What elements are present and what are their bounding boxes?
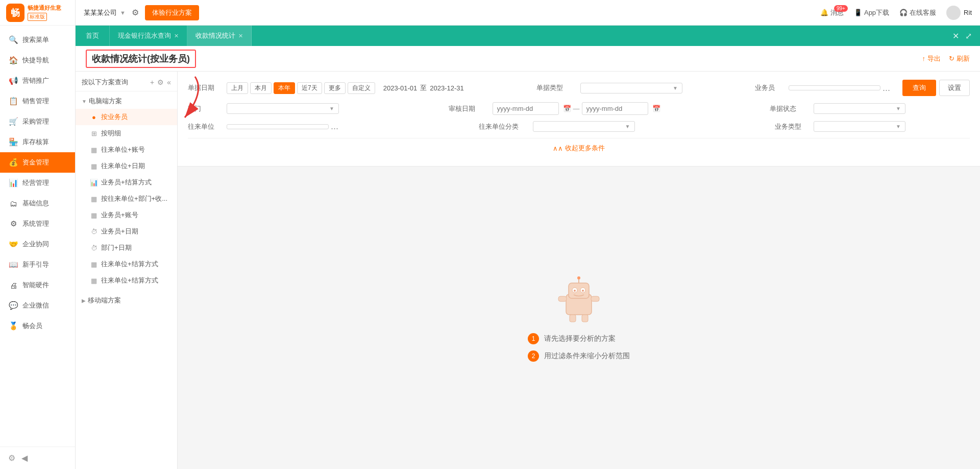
voucher-status-select[interactable]: ▼ [814, 103, 905, 114]
sidebar-item-finance[interactable]: 💰 资金管理 [0, 152, 75, 173]
refresh-icon: ↻ [949, 55, 954, 62]
user-dropdown-arrow[interactable]: ▼ [120, 10, 126, 16]
voucher-type-select[interactable]: ▼ [580, 83, 682, 93]
app-download-btn[interactable]: 📱 App下载 [854, 8, 889, 17]
main-area: 某某某公司 ▼ ⚙ 体验行业方案 🔔 消息 99+ 📱 App下载 🎧 在线客服… [76, 0, 980, 469]
user-profile-area[interactable]: Rit [946, 6, 972, 20]
review-date-calendar-end[interactable]: 📅 [652, 105, 660, 112]
review-date-area: 📅 — 📅 [493, 102, 660, 115]
logo-area: 畅 畅捷通好生意 标准版 [0, 0, 75, 26]
page-actions: ↑ 导出 ↻ 刷新 [922, 54, 970, 63]
sidebar-item-marketing[interactable]: 📢 营销推广 [0, 71, 75, 91]
panel-item-dept-date[interactable]: ⏱ 部门+日期 [76, 240, 177, 256]
partner-select[interactable] [227, 124, 329, 129]
table6-icon: ▦ [90, 276, 98, 285]
content-area: 按以下方案查询 + ⚙ « ▼ 电脑端方案 ● 按业务员 ⊞ 按明 [76, 72, 980, 469]
sidebar-item-search[interactable]: 🔍 搜索菜单 [0, 30, 75, 50]
panel-item-partner-dept[interactable]: ▦ 按往来单位+部门+收... [76, 191, 177, 207]
tab-home[interactable]: 首页 [76, 26, 110, 46]
tabbar: 首页 现金银行流水查询 ✕ 收款情况统计 ✕ ✕ ⤢ [76, 26, 980, 46]
collapse-up-icon: ∧∧ [553, 145, 563, 152]
settings-btn[interactable]: 设置 [939, 80, 970, 96]
sidebar-item-guide[interactable]: 📖 新手引导 [0, 254, 75, 275]
hardware-icon: 🖨 [8, 280, 18, 290]
partner-more-btn[interactable]: ... [331, 121, 338, 132]
sidebar-item-system[interactable]: ⚙ 系统管理 [0, 214, 75, 234]
svg-rect-10 [558, 296, 567, 301]
sidebar-item-wechat[interactable]: 💬 企业微信 [0, 295, 75, 316]
panel-item-staff-account[interactable]: ▦ 业务员+账号 [76, 207, 177, 223]
inventory-icon: 🏪 [8, 137, 18, 147]
staff-select[interactable] [789, 85, 880, 90]
staff-more-btn[interactable]: ... [883, 83, 890, 93]
add-scheme-btn[interactable]: + [150, 78, 154, 86]
clock-icon: ⏱ [90, 227, 98, 236]
settings-footer-icon[interactable]: ⚙ [8, 453, 15, 463]
staff-select-area: ... [789, 83, 890, 93]
topbar: 某某某公司 ▼ ⚙ 体验行业方案 🔔 消息 99+ 📱 App下载 🎧 在线客服… [76, 0, 980, 26]
expand-window-btn[interactable]: ⤢ [965, 31, 972, 41]
review-date-end[interactable] [582, 102, 648, 115]
date-btn-this-month[interactable]: 本月 [250, 82, 272, 94]
tab-bank[interactable]: 现金银行流水查询 ✕ [110, 26, 187, 46]
date-btn-more[interactable]: 更多 [324, 82, 346, 94]
date-btn-last-month[interactable]: 上月 [227, 82, 248, 94]
pc-section-title[interactable]: ▼ 电脑端方案 [76, 93, 177, 109]
close-window-btn[interactable]: ✕ [952, 31, 959, 41]
phone-icon: 📱 [854, 9, 862, 16]
tab-collection-close[interactable]: ✕ [238, 33, 243, 39]
panel-item-by-detail[interactable]: ⊞ 按明细 [76, 125, 177, 142]
review-date-calendar-start[interactable]: 📅 [563, 105, 571, 112]
chart-icon: 📊 [90, 178, 98, 186]
scheme-settings-btn[interactable]: ⚙ [157, 78, 164, 86]
sidebar-item-quicknav[interactable]: 🏠 快捷导航 [0, 50, 75, 71]
query-btn[interactable]: 查询 [902, 80, 936, 96]
collapse-sidebar-icon[interactable]: ◀ [21, 453, 28, 463]
collapse-more-btn[interactable]: ∧∧ 收起更多条件 [188, 138, 970, 158]
date-btn-this-year[interactable]: 本年 [274, 82, 295, 94]
voucher-status-label: 单据状态 [770, 104, 805, 113]
message-btn[interactable]: 🔔 消息 99+ [820, 8, 844, 17]
date-btn-7days[interactable]: 近7天 [297, 82, 322, 94]
topbar-gear-icon[interactable]: ⚙ [132, 8, 139, 17]
biz-type-select[interactable]: ▼ [814, 121, 905, 132]
mobile-section-title[interactable]: ▶ 移动端方案 [76, 293, 177, 308]
sidebar-item-inventory[interactable]: 🏪 库存核算 [0, 132, 75, 152]
review-date-start[interactable] [493, 102, 559, 115]
partner-type-select[interactable]: ▼ [533, 121, 635, 132]
export-icon: ↑ [922, 55, 926, 62]
marketing-icon: 📢 [8, 76, 18, 86]
online-service-btn[interactable]: 🎧 在线客服 [899, 8, 936, 17]
sidebar-item-enterprise[interactable]: 🤝 企业协同 [0, 234, 75, 254]
trial-btn[interactable]: 体验行业方案 [145, 5, 199, 20]
refresh-btn[interactable]: ↻ 刷新 [949, 54, 970, 63]
sidebar-item-basic[interactable]: 🗂 基础信息 [0, 193, 75, 214]
panel-item-partner-date[interactable]: ▦ 往来单位+日期 [76, 158, 177, 174]
voucher-type-label: 单据类型 [536, 83, 572, 92]
sidebar-item-sales[interactable]: 📋 销售管理 [0, 91, 75, 111]
date-btn-custom[interactable]: 自定义 [348, 82, 375, 94]
left-panel: 按以下方案查询 + ⚙ « ▼ 电脑端方案 ● 按业务员 ⊞ 按明 [76, 72, 178, 469]
pc-section-arrow: ▼ [82, 99, 87, 104]
purchase-icon: 🛒 [8, 116, 18, 127]
panel-item-partner-settle1[interactable]: ▦ 往来单位+结算方式 [76, 256, 177, 272]
tab-bank-close[interactable]: ✕ [174, 33, 179, 39]
sidebar-item-member[interactable]: 🏅 畅会员 [0, 316, 75, 336]
panel-item-by-staff[interactable]: ● 按业务员 [76, 109, 177, 125]
sidebar-item-purchase[interactable]: 🛒 采购管理 [0, 111, 75, 132]
panel-item-partner-account[interactable]: ▦ 往来单位+账号 [76, 142, 177, 158]
sidebar-item-operation[interactable]: 📊 经营管理 [0, 173, 75, 193]
panel-item-staff-date[interactable]: ⏱ 业务员+日期 [76, 223, 177, 240]
sidebar-item-hardware[interactable]: 🖨 智能硬件 [0, 275, 75, 295]
tab-collection[interactable]: 收款情况统计 ✕ [187, 26, 252, 46]
system-icon: ⚙ [8, 219, 18, 229]
user-display-name: Rit [964, 9, 972, 16]
panel-item-partner-settle2[interactable]: ▦ 往来单位+结算方式 [76, 272, 177, 289]
page-title: 收款情况统计(按业务员) [86, 50, 196, 68]
export-btn[interactable]: ↑ 导出 [922, 54, 941, 63]
panel-item-staff-settle[interactable]: 📊 业务员+结算方式 [76, 174, 177, 191]
dept-select[interactable]: ▼ [227, 103, 339, 114]
partner-label: 往来单位 [188, 122, 218, 131]
collapse-panel-btn[interactable]: « [167, 78, 171, 86]
user-circle-icon: ● [90, 113, 98, 121]
